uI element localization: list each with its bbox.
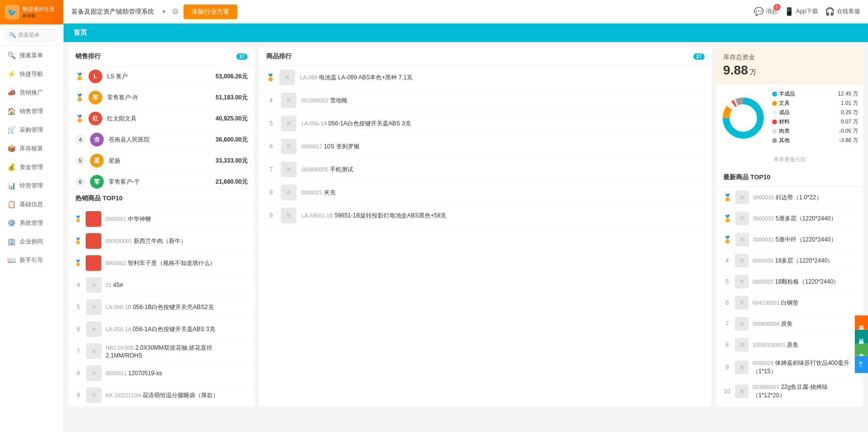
product-code: 000500001 bbox=[105, 238, 134, 244]
product-thumbnail: 图 bbox=[281, 185, 297, 200]
legend-value: 0.07 万 bbox=[841, 118, 858, 125]
legend-label-text: 其他 bbox=[779, 137, 790, 144]
list-item: 8 图 10000100001 原鱼 bbox=[716, 335, 863, 356]
product-code: 000800008 bbox=[753, 321, 781, 327]
legend-dot bbox=[772, 101, 777, 106]
trial-button[interactable]: 体验行业方案 bbox=[183, 4, 237, 19]
rank-number: 4 bbox=[75, 135, 85, 144]
product-rank-list: 🏅 图 LA-089 电池盖 LA-089 ABS本色+黑种 7.1克 4 图 … bbox=[259, 66, 711, 407]
sidebar-item-enterprise[interactable]: 🏢企业协同 bbox=[0, 232, 63, 251]
product-thumbnail: 图 bbox=[279, 70, 295, 85]
product-info: 10000100001 原鱼 bbox=[753, 341, 856, 349]
topbar: 装备及固定资产辅助管理系统 ▼ ⚙ 体验行业方案 💬 消息 6 📱 App下载 … bbox=[64, 0, 868, 24]
product-thumbnail: 图 bbox=[735, 254, 749, 267]
ai-button[interactable]: Ai bbox=[855, 356, 868, 373]
online-service-button[interactable]: 🎧 在线客服 bbox=[825, 7, 860, 16]
legend-label-text: 材料 bbox=[779, 118, 790, 125]
list-item: 🏅 图 0000033 封边带（1.0*22） bbox=[716, 187, 863, 208]
message-button[interactable]: 💬 消息 6 bbox=[754, 7, 777, 16]
rank-number: 5 bbox=[266, 120, 276, 127]
sidebar-item-guide[interactable]: 📖新手引导 bbox=[0, 251, 63, 269]
sidebar-item-system[interactable]: ⚙️系统管理 bbox=[0, 214, 63, 232]
service-community-button[interactable]: 服务社区 bbox=[855, 330, 868, 344]
app-download-button[interactable]: 📱 App下载 bbox=[784, 7, 818, 16]
table-row: 🏅 零 零售客户-许 51,183.00元 bbox=[69, 87, 254, 108]
sidebar-item-basic[interactable]: 📋基础信息 bbox=[0, 195, 63, 214]
product-info: 0000030 18多层（1220*2440） bbox=[753, 257, 856, 265]
sidebar-label-sales: 销售管理 bbox=[20, 107, 43, 116]
product-name: 10S 变刹罗猴 bbox=[324, 143, 360, 150]
list-item: 🏅 0000001 中华神鞭 bbox=[69, 208, 254, 230]
silver-medal-icon: 🏅 bbox=[75, 94, 84, 101]
customer-amount: 21,680.00元 bbox=[216, 178, 248, 186]
avatar: 红 bbox=[89, 112, 102, 125]
sidebar-item-search[interactable]: 🔍搜索菜单 bbox=[0, 46, 63, 65]
system-dropdown-icon[interactable]: ▼ bbox=[161, 8, 167, 15]
customer-name: 苍南县人民医院 bbox=[109, 136, 211, 144]
inventory-summary: 库存总资金 9.88 万 bbox=[716, 47, 863, 84]
avatar: 星 bbox=[90, 154, 104, 168]
sidebar-item-marketing[interactable]: 📣营销推广 bbox=[0, 83, 63, 102]
list-item: 6 图 004100001 白钢垫 bbox=[716, 292, 863, 313]
product-thumbnail bbox=[86, 211, 101, 227]
product-info: 0000001 中华神鞭 bbox=[105, 215, 249, 223]
sidebar-navigation: 🔍搜索菜单⚡快捷导航📣营销推广🏠销售管理🛒采购管理📦库存核算💰资金管理📊经营管理… bbox=[0, 46, 63, 269]
avatar: L bbox=[89, 70, 102, 83]
sidebar-logo: 🐦 畅捷通好生意 标准版 bbox=[0, 0, 63, 24]
basic-icon: 📋 bbox=[7, 200, 16, 209]
new-products-header: 最新商品 TOP10 bbox=[716, 168, 863, 187]
product-code: 003800001 bbox=[753, 384, 781, 390]
app-sub: 标准版 bbox=[23, 13, 55, 19]
inventory-label: 库存总资金 bbox=[723, 53, 856, 62]
product-thumbnail: 图 bbox=[281, 208, 297, 223]
search-menu-button[interactable]: 🔍 搜索菜单 bbox=[5, 28, 58, 42]
product-code: 0000031 bbox=[753, 237, 776, 242]
main-area: 装备及固定资产辅助管理系统 ▼ ⚙ 体验行业方案 💬 消息 6 📱 App下载 … bbox=[64, 0, 868, 432]
product-thumbnail: 图 bbox=[735, 360, 749, 374]
hot-products-list: 🏅 0000001 中华神鞭 🏅 000500001 新西兰牛肉（新牛） 🏅 0… bbox=[69, 208, 254, 407]
product-name: 智利车子里（规格不知道填什么） bbox=[128, 260, 216, 266]
avatar: 杏 bbox=[90, 133, 104, 146]
product-code: 0000011 bbox=[106, 370, 128, 376]
sidebar-item-operation[interactable]: 📊经营管理 bbox=[0, 176, 63, 195]
settings-icon[interactable]: ⚙ bbox=[172, 7, 179, 16]
product-info: 0000033 封边带（1.0*22） bbox=[753, 193, 856, 202]
list-item: 9 图 0000028 体婵嘉枳味苏打饮品400毫升（1*15） bbox=[716, 356, 863, 380]
sidebar-label-purchase: 采购管理 bbox=[20, 126, 43, 134]
product-info: 0000002 智利车子里（规格不知道填什么） bbox=[105, 259, 249, 267]
rank-num: 7 bbox=[723, 320, 731, 327]
live-broadcast-button[interactable]: 直播 bbox=[855, 344, 868, 356]
customer-name: LS 客户 bbox=[107, 72, 211, 81]
customer-service-button[interactable]: 客服热线 bbox=[855, 315, 868, 330]
legend-item: 材料 0.07 万 bbox=[772, 118, 858, 125]
product-code: LA-59651-1B bbox=[301, 213, 335, 218]
app-name: 畅捷通好生意 bbox=[23, 5, 55, 12]
product-info: LA-056-1A 056-1A白色按键开关盖ABS 3克 bbox=[301, 120, 705, 128]
search-icon: 🔍 bbox=[7, 51, 16, 60]
purchase-icon: 🛒 bbox=[7, 125, 16, 134]
inventory-chart-container: 半成品 12.45 万 文具 1.01 万 成品 0.25 万 材料 0.07 … bbox=[716, 84, 863, 152]
page-header: 首页 bbox=[64, 24, 868, 42]
three-column-layout: 销售排行 27 🏅 L LS 客户 53,006.26元 🏅 零 零售客户-许 … bbox=[64, 42, 868, 411]
system-name: 装备及固定资产辅助管理系统 bbox=[71, 7, 154, 16]
sidebar-item-purchase[interactable]: 🛒采购管理 bbox=[0, 120, 63, 139]
product-code: 0000021 bbox=[301, 190, 324, 195]
table-row: 6 零 零售客户-于 21,680.00元 bbox=[69, 171, 254, 189]
product-code: 0000033 bbox=[753, 194, 776, 200]
product-thumbnail: 图 bbox=[86, 299, 102, 315]
table-row: 4 图 001000002 雪地靴 bbox=[259, 89, 711, 112]
product-info: 004100001 白钢垫 bbox=[753, 299, 856, 307]
product-thumbnail: 图 bbox=[735, 384, 749, 398]
product-thumbnail: 图 bbox=[281, 162, 297, 177]
legend-item: 肉类 -0.05 万 bbox=[772, 127, 858, 135]
sidebar-item-sales[interactable]: 🏠销售管理 bbox=[0, 102, 63, 120]
sidebar-item-inventory[interactable]: 📦库存核算 bbox=[0, 139, 63, 158]
sidebar-item-finance[interactable]: 💰资金管理 bbox=[0, 158, 63, 176]
sidebar-item-quick-nav[interactable]: ⚡快捷导航 bbox=[0, 65, 63, 83]
app-logo-icon: 🐦 bbox=[5, 5, 20, 20]
product-code: 0000029 bbox=[753, 279, 775, 285]
home-tab[interactable]: 首页 bbox=[64, 24, 97, 42]
rank-number: 8 bbox=[266, 189, 276, 196]
legend-dot bbox=[772, 129, 777, 134]
list-item: 5 图 0000029 18颗粒板（1220*2440） bbox=[716, 271, 863, 292]
